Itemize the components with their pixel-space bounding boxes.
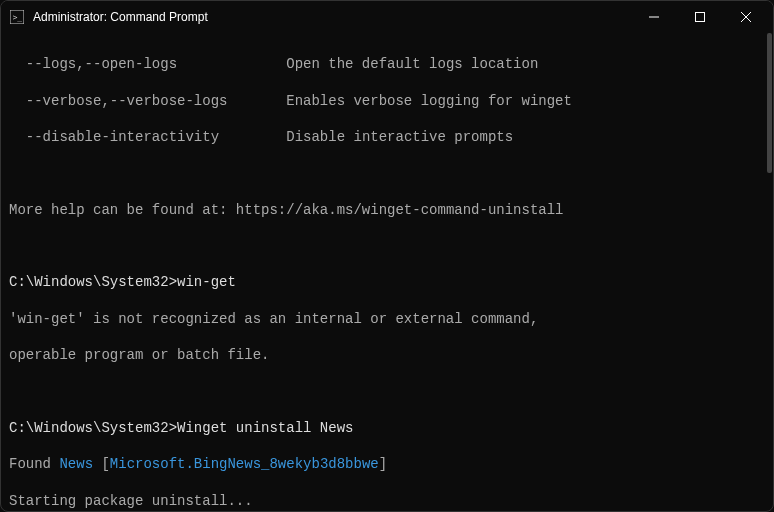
found-line: Found News [Microsoft.BingNews_8wekyb3d8… [9, 455, 765, 473]
starting-line: Starting package uninstall... [9, 492, 765, 510]
help-more-link: More help can be found at: https://aka.m… [9, 201, 765, 219]
help-option-logs: --logs,--open-logs Open the default logs… [9, 55, 765, 73]
minimize-button[interactable] [631, 1, 677, 33]
cmd-icon: >_ [9, 9, 25, 25]
blank-line [9, 237, 765, 255]
svg-text:>_: >_ [13, 13, 23, 22]
command-line-1: C:\Windows\System32>win-get [9, 273, 765, 291]
blank-line [9, 383, 765, 401]
scrollbar[interactable] [761, 33, 773, 511]
help-option-verbose: --verbose,--verbose-logs Enables verbose… [9, 92, 765, 110]
terminal-area[interactable]: --logs,--open-logs Open the default logs… [1, 33, 773, 511]
help-option-disable: --disable-interactivity Disable interact… [9, 128, 765, 146]
titlebar: >_ Administrator: Command Prompt [1, 1, 773, 33]
close-button[interactable] [723, 1, 769, 33]
error-line-2: operable program or batch file. [9, 346, 765, 364]
window-title: Administrator: Command Prompt [33, 10, 631, 24]
blank-line [9, 164, 765, 182]
svg-rect-3 [696, 13, 705, 22]
window-controls [631, 1, 769, 33]
command-line-2: C:\Windows\System32>Winget uninstall New… [9, 419, 765, 437]
scrollbar-thumb[interactable] [767, 33, 772, 173]
error-line-1: 'win-get' is not recognized as an intern… [9, 310, 765, 328]
maximize-button[interactable] [677, 1, 723, 33]
